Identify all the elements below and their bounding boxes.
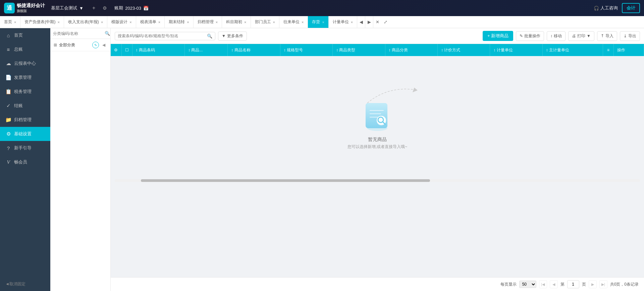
calendar-icon[interactable]: 📅 bbox=[143, 6, 149, 11]
category-collapse-btn[interactable]: ◀ bbox=[100, 42, 107, 48]
filter-label: 更多条件 bbox=[227, 33, 243, 39]
product-search-bar: 🔍 bbox=[115, 32, 215, 40]
tab-inventory-close[interactable]: × bbox=[322, 20, 324, 24]
sidebar-item-reports[interactable]: ☁ 云报表中心 bbox=[0, 56, 50, 70]
tab-archive[interactable]: 归档管理 × bbox=[194, 16, 222, 28]
batch-btn[interactable]: ✎ 批量操作 bbox=[516, 31, 544, 41]
tab-home[interactable]: 首页 × bbox=[0, 16, 20, 28]
print-btn[interactable]: 🖨 打印 ▼ bbox=[568, 31, 594, 41]
sidebar-ledger-label: 总账 bbox=[14, 46, 23, 52]
th-main-unit[interactable]: ↕ 主计量单位 bbox=[542, 44, 603, 56]
th-category[interactable]: ↕ 商品分类 bbox=[385, 44, 437, 56]
sidebar-item-settings[interactable]: ⚙ 基础设置 bbox=[0, 127, 50, 141]
sidebar-item-invoice[interactable]: 📄 发票管理 bbox=[0, 70, 50, 85]
main-layout: ⌂ 首页 ≡ 总账 ☁ 云报表中心 📄 发票管理 📋 税务管理 ✓ 结账 📁 归… bbox=[0, 28, 644, 291]
tab-vendor-close[interactable]: × bbox=[302, 20, 304, 24]
page-input[interactable] bbox=[567, 280, 579, 288]
tab-expand-btn[interactable]: ⤢ bbox=[381, 16, 389, 28]
tab-dept-close[interactable]: × bbox=[273, 20, 275, 24]
tab-income[interactable]: 收入支出表(年报) × bbox=[64, 16, 107, 28]
tab-vendor[interactable]: 往来单位 × bbox=[279, 16, 308, 28]
empty-title: 暂无商品 bbox=[368, 137, 387, 143]
th-spec[interactable]: ↕ 规格型号 bbox=[280, 44, 332, 56]
sidebar-item-guide[interactable]: ? 新手引导 bbox=[0, 141, 50, 155]
product-search-input[interactable] bbox=[118, 34, 205, 38]
tab-unit-label: 计量单位 bbox=[333, 19, 349, 25]
category-edit-btn[interactable]: ✎ bbox=[92, 42, 99, 48]
tab-balance[interactable]: 资产负债表(中期) × bbox=[20, 16, 64, 28]
pagination: 每页显示 50 20 100 |◀ ◀ 第 页 ▶ ▶| 共0页，0条记录 bbox=[111, 277, 644, 291]
tab-template[interactable]: 模版设计 × bbox=[107, 16, 136, 28]
header-settings-icon[interactable]: ⚙ bbox=[101, 5, 108, 11]
th-actions: 操作 bbox=[614, 44, 644, 56]
tab-tax-close[interactable]: × bbox=[158, 20, 160, 24]
last-page-btn[interactable]: ▶| bbox=[599, 280, 607, 288]
tab-prev-btn[interactable]: ◀ bbox=[357, 16, 365, 28]
prev-page-btn[interactable]: ◀ bbox=[550, 280, 558, 288]
settings-icon: ⚙ bbox=[5, 131, 11, 137]
first-page-btn[interactable]: |◀ bbox=[539, 280, 547, 288]
tab-dept-label: 部门员工 bbox=[255, 19, 271, 25]
per-page-label: 每页显示 bbox=[500, 282, 517, 287]
tab-vendor-label: 往来单位 bbox=[283, 19, 300, 25]
move-btn[interactable]: ↕ 移动 bbox=[547, 31, 566, 41]
sidebar-item-ledger[interactable]: ≡ 总账 bbox=[0, 42, 50, 56]
tab-next-btn[interactable]: ▶ bbox=[365, 16, 373, 28]
tab-period-end[interactable]: 期末结转 × bbox=[165, 16, 193, 28]
tab-inventory[interactable]: 存货 × bbox=[308, 16, 328, 28]
export-btn[interactable]: ⤓ 导出 bbox=[620, 31, 640, 41]
tab-period-end-close[interactable]: × bbox=[187, 20, 189, 24]
tab-unit-close[interactable]: × bbox=[351, 20, 353, 24]
sidebar-item-member[interactable]: V 畅会员 bbox=[0, 155, 50, 169]
tab-unit[interactable]: 计量单位 × bbox=[329, 16, 357, 28]
category-search-input[interactable] bbox=[53, 31, 103, 36]
category-search-box: 🔍 bbox=[50, 28, 110, 39]
sidebar-item-tax[interactable]: 📋 税务管理 bbox=[0, 85, 50, 99]
tab-subject[interactable]: 科目期初 × bbox=[222, 16, 251, 28]
sidebar-item-home[interactable]: ⌂ 首页 bbox=[0, 28, 50, 42]
add-product-btn[interactable]: + 新增商品 bbox=[483, 31, 513, 41]
sidebar-invoice-label: 发票管理 bbox=[14, 75, 32, 81]
add-tab-button[interactable]: + bbox=[90, 5, 98, 11]
per-page-select[interactable]: 50 20 100 bbox=[519, 281, 536, 288]
tab-home-close[interactable]: × bbox=[14, 20, 16, 24]
th-checkbox[interactable]: ☐ bbox=[121, 44, 132, 56]
sidebar-item-archive[interactable]: 📁 归档管理 bbox=[0, 113, 50, 127]
product-search-icon[interactable]: 🔍 bbox=[207, 34, 212, 39]
th-unit[interactable]: ↕ 计量单位 bbox=[490, 44, 542, 56]
horizontal-scrollbar[interactable] bbox=[111, 177, 644, 185]
th-code[interactable]: ↕ 商品... bbox=[184, 44, 227, 56]
th-name[interactable]: ↕ 商品名称 bbox=[228, 44, 280, 56]
category-search-icon[interactable]: 🔍 bbox=[105, 31, 110, 36]
right-content: 🔍 ▼ 更多条件 + 新增商品 ✎ 批量操作 ↕ 移动 bbox=[111, 28, 644, 291]
tab-income-close[interactable]: × bbox=[101, 20, 103, 24]
move-icon: ↕ bbox=[550, 34, 552, 38]
tab-balance-close[interactable]: × bbox=[57, 20, 59, 24]
th-more[interactable]: ≡ bbox=[603, 44, 614, 56]
tab-subject-close[interactable]: × bbox=[244, 20, 246, 24]
sidebar-settings-label: 基础设置 bbox=[14, 131, 32, 137]
th-price-mode[interactable]: ↕ 计价方式 bbox=[437, 44, 490, 56]
company-selector[interactable]: 基层工会测试 ▼ bbox=[48, 4, 86, 12]
tab-template-label: 模版设计 bbox=[111, 19, 127, 25]
th-barcode[interactable]: ↕ 商品条码 bbox=[132, 44, 184, 56]
tab-dept[interactable]: 部门员工 × bbox=[251, 16, 279, 28]
customer-service-btn[interactable]: 🎧 人工咨询 bbox=[594, 5, 618, 11]
tax-icon: 📋 bbox=[5, 89, 11, 95]
account-button[interactable]: 会计 bbox=[622, 3, 640, 13]
empty-subtitle: 您可以选择新增,或者直接导入哦~ bbox=[347, 144, 407, 150]
inner-layout: 🔍 ⊞ 全部分类 ✎ ◀ 🔍 ▼ 更多条件 bbox=[50, 28, 644, 291]
filter-btn[interactable]: ▼ 更多条件 bbox=[218, 32, 247, 41]
svg-rect-3 bbox=[366, 103, 387, 128]
tab-inventory-label: 存货 bbox=[312, 19, 320, 25]
tab-close-all-btn[interactable]: ✕ bbox=[373, 16, 381, 28]
tab-tax[interactable]: 税表清单 × bbox=[136, 16, 165, 28]
tab-archive-close[interactable]: × bbox=[216, 20, 218, 24]
sidebar-collapse-btn[interactable]: ◄取消固定 bbox=[0, 277, 50, 291]
import-btn[interactable]: ⤒ 导入 bbox=[597, 31, 617, 41]
next-page-btn[interactable]: ▶ bbox=[589, 280, 597, 288]
tab-template-close[interactable]: × bbox=[129, 20, 131, 24]
th-type[interactable]: ↕ 商品类型 bbox=[333, 44, 385, 56]
th-settings[interactable]: ⚙ bbox=[111, 44, 121, 56]
sidebar-item-settle[interactable]: ✓ 结账 bbox=[0, 99, 50, 113]
